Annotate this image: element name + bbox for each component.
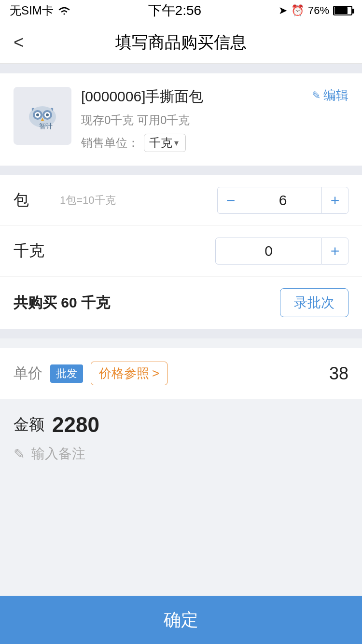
bao-minus-button[interactable]: − <box>217 187 244 214</box>
alarm-icon: ⏰ <box>291 4 304 17</box>
back-button[interactable]: < <box>14 32 24 53</box>
bao-label: 包 <box>14 190 52 211</box>
nav-bar: < 填写商品购买信息 <box>0 21 362 64</box>
note-row[interactable]: ✎ 输入备注 <box>14 445 348 463</box>
total-text: 共购买 60 千克 <box>14 293 110 313</box>
unit-dropdown-icon: ▾ <box>174 138 179 148</box>
edit-icon: ✎ <box>312 89 320 102</box>
price-ref-label: 价格参照 <box>99 365 149 382</box>
bao-input[interactable] <box>244 187 321 214</box>
bao-stepper: − + <box>217 187 348 214</box>
page-title: 填写商品购买信息 <box>115 31 247 54</box>
edit-button[interactable]: ✎ 编辑 <box>312 87 348 104</box>
kg-input-row: 千克 + <box>0 226 362 277</box>
confirm-bar[interactable]: 确定 <box>0 596 362 644</box>
price-section: 单价 批发 价格参照 > 38 <box>0 348 362 399</box>
edit-label: 编辑 <box>323 87 348 104</box>
total-row: 共购买 60 千克 录批次 <box>0 277 362 329</box>
bao-input-section: 包 1包=10千克 − + 千克 + <box>0 175 362 277</box>
kg-plus-button[interactable]: + <box>321 238 348 265</box>
kg-label: 千克 <box>14 240 215 262</box>
amount-row: 金额 2280 <box>14 413 348 437</box>
amount-label: 金额 <box>14 414 44 435</box>
bao-input-row: 包 1包=10千克 − + <box>0 175 362 226</box>
mid-divider-2 <box>0 329 362 338</box>
bao-plus-button[interactable]: + <box>321 187 348 214</box>
status-right: ➤ ⏰ 76% <box>278 4 352 17</box>
status-bar: 无SIM卡 下午2:56 ➤ ⏰ 76% <box>0 0 362 21</box>
status-time: 下午2:56 <box>148 1 202 20</box>
product-unit-row: 销售单位： 千克 ▾ <box>81 134 348 152</box>
unit-label: 销售单位： <box>81 135 139 151</box>
price-label: 单价 <box>14 364 42 383</box>
confirm-label: 确定 <box>164 608 198 632</box>
carrier-text: 无SIM卡 <box>10 3 54 18</box>
kg-input[interactable] <box>215 238 321 265</box>
battery-percent: 76% <box>308 4 329 17</box>
product-name: [0000006]手撕面包 <box>81 87 348 107</box>
pencil-icon: ✎ <box>14 446 25 462</box>
svg-point-5 <box>36 113 39 116</box>
total-amount: 60 <box>61 294 77 310</box>
mid-divider-1 <box>0 166 362 175</box>
amount-section: 金额 2280 ✎ 输入备注 <box>0 399 362 473</box>
product-info: [0000006]手撕面包 现存0千克 可用0千克 销售单位： 千克 ▾ <box>81 87 348 152</box>
top-divider <box>0 64 362 73</box>
unit-select[interactable]: 千克 ▾ <box>144 134 186 152</box>
amount-value: 2280 <box>52 413 99 437</box>
status-carrier: 无SIM卡 <box>10 3 71 18</box>
unit-value: 千克 <box>149 135 172 151</box>
product-image: 智计 <box>14 87 71 145</box>
note-placeholder: 输入备注 <box>31 445 85 463</box>
product-card: 智计 [0000006]手撕面包 现存0千克 可用0千克 销售单位： 千克 ▾ … <box>0 73 362 166</box>
batch-button[interactable]: 录批次 <box>280 288 348 317</box>
svg-text:智计: 智计 <box>39 122 53 130</box>
price-value: 38 <box>329 364 348 384</box>
wifi-icon <box>57 5 71 16</box>
location-icon: ➤ <box>278 4 287 17</box>
total-unit: 千克 <box>81 294 110 310</box>
price-ref-button[interactable]: 价格参照 > <box>91 362 167 385</box>
bao-hint: 1包=10千克 <box>60 193 209 208</box>
price-ref-arrow: > <box>152 366 159 381</box>
total-prefix: 共购买 <box>14 294 57 310</box>
svg-point-6 <box>46 113 49 116</box>
product-stock: 现存0千克 可用0千克 <box>81 112 348 128</box>
kg-stepper: + <box>215 238 348 265</box>
price-tag-badge: 批发 <box>50 364 83 383</box>
battery-icon <box>333 6 352 15</box>
product-logo: 智计 <box>26 101 59 130</box>
